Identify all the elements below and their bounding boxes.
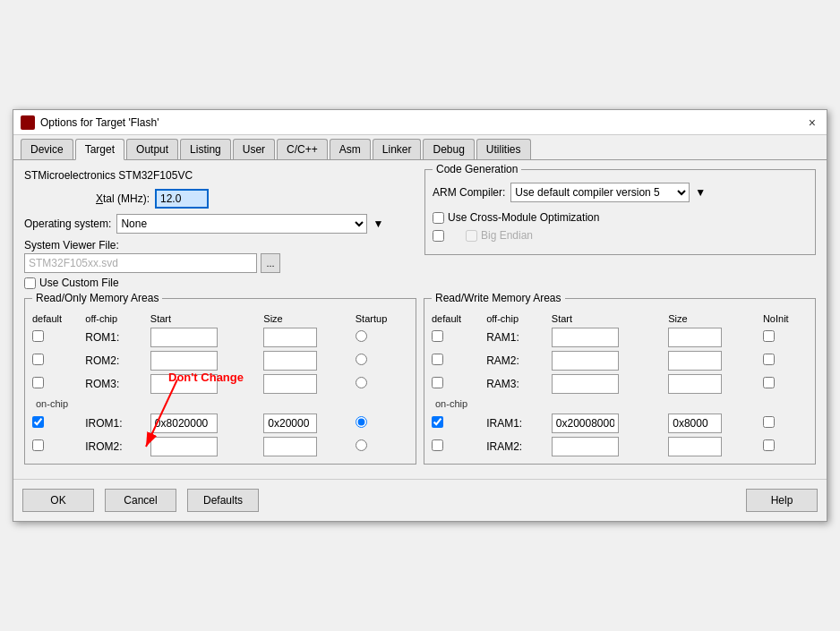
- svd-row: ...: [24, 253, 416, 273]
- iram2-size-input[interactable]: [668, 437, 722, 456]
- close-button[interactable]: ×: [805, 115, 819, 130]
- iram1-start-input[interactable]: [552, 414, 619, 433]
- rom1-startup-radio[interactable]: [356, 330, 367, 342]
- compiler-dropdown-arrow: ▼: [695, 186, 706, 199]
- ram1-default-check[interactable]: [432, 330, 443, 342]
- rom3-size-input[interactable]: [263, 374, 317, 394]
- ram2-default-check[interactable]: [432, 354, 443, 365]
- tab-linker[interactable]: Linker: [373, 139, 422, 159]
- use-custom-file-label: Use Custom File: [39, 277, 119, 289]
- irom1-label: IROM1:: [85, 417, 122, 430]
- device-label: STMicroelectronics STM32F105VC: [24, 169, 416, 182]
- svd-input[interactable]: [24, 253, 257, 273]
- microlib-row: Big Endian: [433, 229, 808, 247]
- os-row: Operating system: None RTX Kernel CMSIS-…: [24, 214, 416, 234]
- table-row: RAM1:: [430, 326, 810, 349]
- irom1-start-input[interactable]: [150, 414, 218, 433]
- readonly-group-box: Read/Only Memory Areas default off-chip …: [24, 298, 416, 465]
- dialog-window: Options for Target 'Flash' × Device Targ…: [13, 109, 827, 522]
- iram2-noinit-check[interactable]: [763, 439, 775, 451]
- col-offchip-ro: off-chip: [83, 311, 149, 326]
- tab-asm[interactable]: Asm: [330, 139, 371, 159]
- bottom-buttons: OK Cancel Defaults Help: [13, 479, 827, 521]
- rom2-default-check[interactable]: [32, 354, 44, 365]
- ram2-size-input[interactable]: [668, 351, 722, 371]
- ram1-start-input[interactable]: [552, 328, 619, 347]
- defaults-button[interactable]: Defaults: [187, 489, 259, 512]
- rom3-startup-radio[interactable]: [356, 377, 367, 388]
- xtal-input[interactable]: [155, 189, 209, 209]
- rom1-default-check[interactable]: [32, 330, 44, 342]
- rom3-start-input[interactable]: [150, 374, 218, 394]
- table-row: ROM2:: [30, 349, 410, 372]
- tab-user[interactable]: User: [233, 139, 275, 159]
- compiler-row: ARM Compiler: Use default compiler versi…: [433, 183, 808, 202]
- rom2-start-input[interactable]: [150, 351, 218, 371]
- rom3-default-check[interactable]: [32, 377, 44, 388]
- arm-compiler-select[interactable]: Use default compiler version 5: [510, 183, 690, 202]
- ram3-start-input[interactable]: [552, 374, 619, 394]
- tab-target[interactable]: Target: [75, 139, 124, 160]
- irom2-size-input[interactable]: [263, 437, 317, 456]
- use-custom-file-checkbox[interactable]: [24, 277, 36, 289]
- rom2-startup-radio[interactable]: [356, 354, 367, 365]
- col-size-ro: Size: [261, 311, 353, 326]
- ram2-start-input[interactable]: [552, 351, 619, 371]
- iram2-start-input[interactable]: [552, 437, 619, 456]
- big-endian-label: Big Endian: [481, 229, 533, 242]
- code-gen-title: Code Generation: [433, 163, 521, 175]
- iram2-default-check[interactable]: [432, 439, 443, 451]
- memory-areas: Read/Only Memory Areas default off-chip …: [24, 298, 816, 465]
- tab-debug[interactable]: Debug: [423, 139, 474, 159]
- big-endian-row: Big Endian: [466, 229, 533, 242]
- ram3-size-input[interactable]: [668, 374, 722, 394]
- os-select[interactable]: None RTX Kernel CMSIS-RTOS: [116, 214, 367, 234]
- irom1-default-check[interactable]: [32, 416, 44, 428]
- irom1-size-input[interactable]: [263, 414, 317, 433]
- ram1-noinit-check[interactable]: [763, 330, 775, 342]
- iram1-noinit-check[interactable]: [763, 416, 775, 428]
- irom2-start-input[interactable]: [150, 437, 218, 456]
- table-row: ROM1:: [30, 326, 410, 349]
- ram3-label: RAM3:: [486, 378, 519, 390]
- table-row: ROM3:: [30, 372, 410, 396]
- rom1-size-input[interactable]: [263, 328, 317, 347]
- rom1-start-input[interactable]: [150, 328, 218, 347]
- left-top-section: STMicroelectronics STM32F105VC Xtal (MHz…: [24, 169, 416, 294]
- help-button[interactable]: Help: [746, 489, 818, 512]
- irom2-default-check[interactable]: [32, 439, 44, 451]
- browse-button[interactable]: ...: [261, 253, 280, 273]
- readwrite-title: Read/Write Memory Areas: [432, 292, 565, 304]
- ram1-label: RAM1:: [486, 331, 519, 344]
- microlib-checkbox[interactable]: [433, 230, 444, 242]
- ram3-default-check[interactable]: [432, 377, 443, 388]
- table-row: IRAM1:: [430, 412, 810, 435]
- ram2-noinit-check[interactable]: [763, 354, 775, 365]
- tab-cpp[interactable]: C/C++: [277, 139, 328, 159]
- readonly-memory-group: Read/Only Memory Areas default off-chip …: [24, 298, 416, 465]
- tab-device[interactable]: Device: [21, 139, 73, 159]
- rom2-size-input[interactable]: [263, 351, 317, 371]
- tab-listing[interactable]: Listing: [180, 139, 231, 159]
- table-row: IROM2:: [30, 435, 410, 458]
- iram1-default-check[interactable]: [432, 416, 443, 428]
- cancel-button[interactable]: Cancel: [105, 489, 176, 512]
- tab-output[interactable]: Output: [126, 139, 178, 159]
- big-endian-checkbox[interactable]: [466, 230, 477, 242]
- os-label: Operating system:: [24, 217, 111, 230]
- col-noinit-rw: NoInit: [761, 311, 810, 326]
- ok-button[interactable]: OK: [22, 489, 94, 512]
- table-row: IRAM2:: [430, 435, 810, 458]
- cross-module-checkbox[interactable]: [433, 212, 444, 224]
- tabs-bar: Device Target Output Listing User C/C++ …: [13, 135, 827, 160]
- arm-compiler-label: ARM Compiler:: [433, 186, 505, 199]
- ram3-noinit-check[interactable]: [763, 377, 775, 388]
- irom1-startup-radio[interactable]: [356, 416, 367, 428]
- tab-utilities[interactable]: Utilities: [476, 139, 531, 159]
- table-row: RAM2:: [430, 349, 810, 372]
- irom2-startup-radio[interactable]: [356, 439, 367, 451]
- iram1-size-input[interactable]: [668, 414, 722, 433]
- col-start-ro: Start: [149, 311, 261, 326]
- col-default-rw: default: [430, 311, 484, 326]
- ram1-size-input[interactable]: [668, 328, 722, 347]
